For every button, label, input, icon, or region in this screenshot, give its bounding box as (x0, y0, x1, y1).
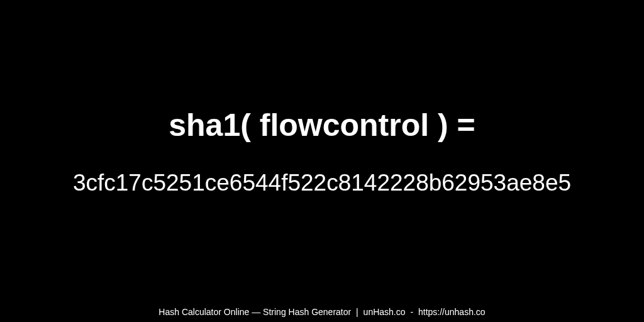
main-content: sha1( flowcontrol ) = 3cfc17c5251ce6544f… (0, 0, 644, 322)
footer-separator: - (410, 307, 413, 317)
footer-title: Hash Calculator Online — String Hash Gen… (158, 307, 351, 317)
hash-result: 3cfc17c5251ce6544f522c8142228b62953ae8e5 (73, 170, 571, 196)
footer-site-name: unHash.co (364, 307, 406, 317)
footer-url: https://unhash.co (418, 307, 486, 317)
footer: Hash Calculator Online — String Hash Gen… (0, 307, 644, 317)
hash-expression: sha1( flowcontrol ) = (169, 107, 475, 143)
footer-separator: | (356, 307, 358, 317)
